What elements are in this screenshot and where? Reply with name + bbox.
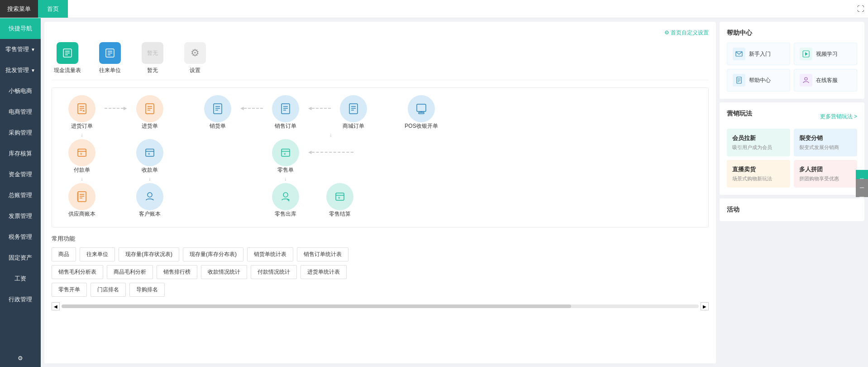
sidebar-item-label: 资金管理 [9, 170, 32, 179]
customer-book-icon [136, 183, 163, 210]
svg-rect-16 [214, 104, 222, 114]
flow-node-retail-settle[interactable]: ¥ 零售结算 [317, 183, 362, 218]
svg-point-58 [805, 77, 807, 80]
quick-icon-settings[interactable]: ⚙ 设置 [179, 42, 211, 74]
scroll-track[interactable] [62, 304, 699, 308]
help-item-beginner[interactable]: 新手入门 [727, 43, 790, 65]
sidebar-item-quicknav[interactable]: 快捷导航 [0, 18, 41, 39]
svg-rect-40 [78, 192, 86, 202]
func-btn-retail-order[interactable]: 零售开单 [52, 283, 87, 297]
quick-icon-none[interactable]: 暂无 暂无 [137, 42, 168, 74]
svg-point-45 [148, 193, 152, 197]
scroll-thumb [62, 304, 571, 308]
customize-link[interactable]: ⚙ 首页自定义设置 [52, 29, 709, 37]
svg-text:¥: ¥ [283, 152, 286, 156]
func-btn-sales-stat[interactable]: 销货单统计表 [247, 247, 293, 261]
marketing-fission-desc: 裂变式发展分销商 [799, 144, 852, 151]
main-layout: 快捷导航 零售管理 ▼ 批发管理 ▼ 小畅电商 电商管理 采购管理 库存核算 资… [0, 18, 868, 367]
sales-label: 销货单 [210, 122, 226, 130]
help-center-title: 帮助中心 [727, 29, 857, 37]
help-item-helpcenter[interactable]: 帮助中心 [727, 69, 790, 92]
sidebar-item-admin[interactable]: 行政管理 [0, 289, 41, 310]
v-arrow-pay: ↓ [59, 176, 105, 181]
func-btn-payment-stat[interactable]: 付款情况统计 [251, 265, 297, 279]
func-btn-product[interactable]: 商品 [52, 247, 76, 261]
flow-node-pos[interactable]: POS收银开单 [399, 95, 444, 130]
marketing-item-group[interactable]: 多人拼团 拼团购物享受优惠 [794, 160, 857, 188]
flow-node-sales-order[interactable]: 销售订单 [263, 95, 308, 130]
help-service-label: 在线客服 [816, 77, 838, 84]
help-item-service[interactable]: 在线客服 [794, 69, 857, 92]
help-grid: 新手入门 视频学习 帮助中心 [727, 43, 857, 92]
svg-rect-20 [281, 104, 290, 114]
purchase-label: 进货单 [142, 122, 158, 130]
float-btn-desktop[interactable]: 桌面快捷 [856, 188, 868, 197]
func-btn-sales-order-stat[interactable]: 销售订单统计表 [297, 247, 348, 261]
help-item-video[interactable]: 视频学习 [794, 43, 857, 65]
sidebar-item-invoice[interactable]: 发票管理 [0, 206, 41, 227]
scroll-left-button[interactable]: ◀ [52, 302, 60, 310]
quick-icon-cashflow[interactable]: 现金流量表 [52, 42, 83, 74]
none-icon: 暂无 [142, 42, 163, 64]
marketing-item-fission[interactable]: 裂变分销 裂变式发展分销商 [794, 129, 857, 156]
float-btn-service[interactable]: 客服热线 [856, 170, 868, 179]
tab-home[interactable]: 首页 [38, 0, 68, 18]
sidebar-item-tax[interactable]: 税务管理 [0, 227, 41, 247]
cashflow-icon [57, 42, 78, 64]
func-btn-sales-margin[interactable]: 销售毛利分析表 [52, 265, 103, 279]
flow-node-receipt[interactable]: ¥ 收款单 [127, 139, 172, 174]
customize-label: 首页自定义设置 [671, 29, 709, 36]
func-btn-partners[interactable]: 往来单位 [80, 247, 115, 261]
svg-rect-24 [349, 104, 358, 114]
quick-access-section: 现金流量表 往来单位 暂无 暂无 ⚙ 设置 [52, 42, 709, 80]
purchase-order-icon [68, 95, 95, 122]
sidebar-item-payroll[interactable]: 工资 [0, 268, 41, 289]
func-btn-product-margin[interactable]: 商品毛利分析 [107, 265, 153, 279]
payment-label: 付款单 [74, 166, 90, 174]
sidebar-item-ledger[interactable]: 总账管理 [0, 185, 41, 206]
marketing-live-desc: 场景式购物新玩法 [732, 175, 785, 182]
float-btn-community[interactable]: 服务社区 [856, 179, 868, 188]
flow-node-payment[interactable]: ¥ 付款单 [59, 139, 105, 174]
marketing-more-link[interactable]: 更多营销玩法 > [820, 113, 857, 121]
sidebar-item-label: 小畅电商 [9, 87, 32, 95]
sidebar-item-retail[interactable]: 零售管理 ▼ [0, 39, 41, 60]
sidebar-item-label: 工资 [14, 275, 26, 283]
scroll-right-button[interactable]: ▶ [701, 302, 709, 310]
sidebar-settings-button[interactable]: ⚙ [0, 349, 41, 367]
flow-node-supplier-book[interactable]: 供应商账本 [59, 183, 105, 218]
fullscreen-button[interactable]: ⛶ [857, 5, 864, 13]
func-btn-purchase-stat[interactable]: 进货单统计表 [300, 265, 347, 279]
flow-node-retail-out[interactable]: 零售出库 [263, 183, 308, 218]
receipt-label: 收款单 [142, 166, 158, 174]
flow-node-purchase-order[interactable]: 进货订单 [59, 95, 105, 130]
svg-text:¥: ¥ [148, 152, 150, 156]
func-btn-receipt-stat[interactable]: 收款情况统计 [201, 265, 247, 279]
main-panel: ⚙ 首页自定义设置 现金流量表 往来单位 暂无 [44, 22, 716, 363]
quick-icon-partners[interactable]: 往来单位 [94, 42, 126, 74]
sidebar-item-inventory[interactable]: 库存核算 [0, 143, 41, 164]
retail-icon: ¥ [272, 139, 299, 166]
flow-node-customer-book[interactable]: 客户账本 [127, 183, 172, 218]
v-arrow-4 [240, 132, 286, 137]
sidebar-item-label: 电商管理 [9, 108, 32, 116]
flow-node-purchase[interactable]: 进货单 [127, 95, 172, 130]
sidebar-item-purchase[interactable]: 采购管理 [0, 122, 41, 143]
sidebar-item-ecommerce-small[interactable]: 小畅电商 [0, 81, 41, 101]
flow-node-mall-order[interactable]: 商城订单 [331, 95, 376, 130]
sidebar-item-label: 零售管理 [5, 45, 29, 53]
func-btn-store-rank[interactable]: 门店排名 [91, 283, 126, 297]
func-btn-sales-rank[interactable]: 销售排行榜 [157, 265, 197, 279]
flow-node-sales[interactable]: 销货单 [195, 95, 240, 130]
sidebar-item-wholesale[interactable]: 批发管理 ▼ [0, 60, 41, 81]
func-btn-inventory-status[interactable]: 现存量(库存状况表) [119, 247, 179, 261]
sidebar-item-finance[interactable]: 资金管理 [0, 164, 41, 185]
sidebar-item-ecommerce-mgmt[interactable]: 电商管理 [0, 101, 41, 122]
search-menu-button[interactable]: 搜索菜单 [0, 0, 38, 18]
sidebar-item-assets[interactable]: 固定资产 [0, 247, 41, 268]
marketing-item-member[interactable]: 会员拉新 吸引用户成为会员 [727, 129, 790, 156]
func-btn-inventory-dist[interactable]: 现存量(库存分布表) [183, 247, 243, 261]
flow-node-retail[interactable]: ¥ 零售单 [263, 139, 308, 174]
marketing-item-live[interactable]: 直播卖货 场景式购物新玩法 [727, 160, 790, 188]
func-btn-guide-rank[interactable]: 导购排名 [129, 283, 165, 297]
